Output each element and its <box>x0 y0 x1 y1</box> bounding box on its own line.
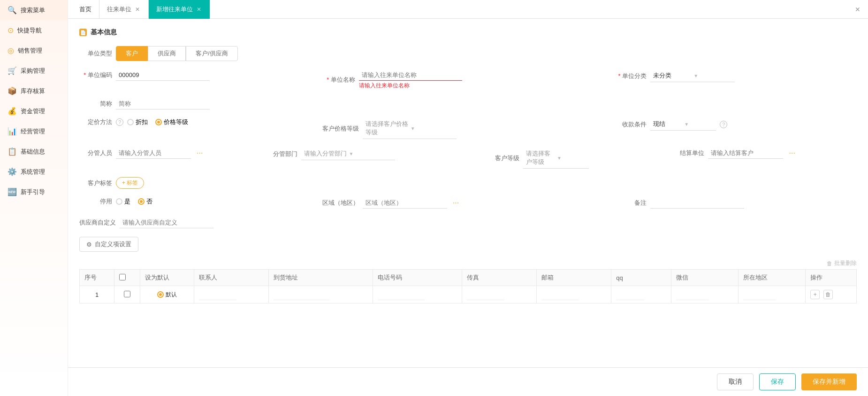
unit-category-select[interactable]: 未分类 ▼ <box>650 70 735 82</box>
tab-home[interactable]: 首页 <box>72 0 99 19</box>
col-qq: qq <box>611 270 671 286</box>
row-phone-cell <box>373 286 462 303</box>
manager-dots-btn[interactable]: ··· <box>195 149 205 157</box>
btn-customer[interactable]: 客户 <box>116 46 148 61</box>
row-contact-cell <box>194 286 268 303</box>
department-group: 分管部门 请输入分管部门 ▼ <box>265 148 487 160</box>
custom-settings-button[interactable]: ⚙ 自定义项设置 <box>79 237 138 252</box>
short-name-input[interactable] <box>116 98 210 109</box>
settlement-group: 结算单位 ··· <box>671 148 857 159</box>
window-close-icon[interactable]: ✕ <box>855 6 860 13</box>
manager-input[interactable] <box>116 148 191 159</box>
sidebar-item-finance[interactable]: 💰 资金管理 <box>0 101 68 121</box>
tab-new-partner-close[interactable]: ✕ <box>196 5 202 14</box>
col-checkbox <box>114 270 140 286</box>
unit-name-input[interactable] <box>359 70 462 81</box>
unit-code-label: 单位编码 <box>79 71 112 79</box>
table-row: 1 默认 <box>80 286 857 303</box>
unit-code-group: 单位编码 <box>79 70 322 81</box>
unit-category-label: 单位分类 <box>614 72 647 80</box>
row-address-input[interactable] <box>274 289 330 300</box>
sidebar-item-quick-nav[interactable]: ⊙ 快捷导航 <box>0 20 68 40</box>
row-add-btn[interactable]: + <box>810 290 820 299</box>
customer-level-label: 客户等级 <box>487 154 519 163</box>
region-input[interactable] <box>363 197 447 209</box>
price-level-radio-circle <box>155 119 162 125</box>
disable-group: 停用 是 否 <box>79 197 322 206</box>
sidebar-item-operation[interactable]: 📊 经营管理 <box>0 121 68 141</box>
row-contact-input[interactable] <box>199 289 236 300</box>
department-select[interactable]: 请输入分管部门 ▼ <box>301 148 395 160</box>
radio-disable-no[interactable]: 否 <box>138 197 152 206</box>
sidebar-item-sales[interactable]: ◎ 销售管理 <box>0 40 68 61</box>
col-action: 操作 <box>806 270 857 286</box>
row-email-input[interactable] <box>541 289 579 300</box>
remarks-label: 备注 <box>614 199 647 207</box>
row-region-input[interactable] <box>743 289 776 300</box>
radio-price-level[interactable]: 价格等级 <box>155 118 188 126</box>
row-checkbox[interactable] <box>124 291 130 297</box>
payment-terms-select[interactable]: 现结 ▼ <box>650 118 716 131</box>
unit-name-error: 请输入往来单位名称 <box>359 82 614 90</box>
sidebar-search[interactable]: 🔍 搜索菜单 <box>0 0 68 20</box>
row-delete-btn[interactable]: 🗑 <box>823 290 833 299</box>
short-name-row: 简称 <box>79 98 857 109</box>
row-phone-input[interactable] <box>378 289 425 300</box>
sidebar-item-guide[interactable]: 🆕 新手引导 <box>0 182 68 202</box>
select-all-checkbox[interactable] <box>119 274 126 280</box>
sidebar: 🔍 搜索菜单 ⊙ 快捷导航 ◎ 销售管理 🛒 采购管理 📦 库存核算 💰 资金管… <box>0 0 68 396</box>
btn-both[interactable]: 客户/供应商 <box>186 46 238 61</box>
customer-level-group: 客户等级 请选择客户等级 ▼ <box>487 148 672 169</box>
unit-code-input[interactable] <box>116 70 210 81</box>
add-tag-button[interactable]: + 标签 <box>116 177 144 189</box>
batch-delete-icon: 🗑 <box>827 260 832 267</box>
contact-table: 序号 设为默认 联系人 到货地址 电话号码 传真 邮箱 qq 微信 所在地区 操… <box>79 269 857 303</box>
supplier-custom-group: 供应商自定义 <box>79 217 857 228</box>
sidebar-item-purchase[interactable]: 🛒 采购管理 <box>0 61 68 81</box>
sidebar-item-system[interactable]: ⚙️ 系统管理 <box>0 162 68 182</box>
pricing-row: 定价方法 ? 折扣 价格等级 客户价格等级 请选择客户价格等级 <box>79 118 857 139</box>
guide-icon: 🆕 <box>8 187 17 196</box>
supplier-custom-input[interactable] <box>120 217 213 228</box>
region-label: 区域（地区） <box>322 199 359 207</box>
settlement-dots-btn[interactable]: ··· <box>787 149 797 157</box>
supplier-custom-row: 供应商自定义 <box>79 217 857 228</box>
btn-supplier[interactable]: 供应商 <box>148 46 186 61</box>
batch-delete-area[interactable]: 🗑 批量删除 <box>79 259 857 267</box>
tab-partners-close[interactable]: ✕ <box>134 5 141 14</box>
payment-terms-group: 收款条件 现结 ▼ ? <box>614 118 857 131</box>
radio-disable-yes[interactable]: 是 <box>116 197 130 206</box>
disable-no-circle <box>138 198 145 205</box>
tab-partners[interactable]: 往来单位 ✕ <box>99 0 149 19</box>
operation-icon: 📊 <box>8 127 17 136</box>
settlement-input[interactable] <box>708 148 783 159</box>
sidebar-item-basic[interactable]: 📋 基础信息 <box>0 141 68 162</box>
customer-price-select[interactable]: 请选择客户价格等级 ▼ <box>363 118 457 139</box>
region-group: 区域（地区） ··· <box>322 197 614 209</box>
tab-new-partner[interactable]: 新增往来单位 ✕ <box>149 0 210 19</box>
radio-discount[interactable]: 折扣 <box>127 118 148 126</box>
tags-group: 客户标签 + 标签 <box>79 177 857 189</box>
form-content: 📄 基本信息 单位类型 客户 供应商 客户/供应商 单位编码 <box>68 19 868 396</box>
row-seq: 1 <box>80 286 114 303</box>
region-dots-btn[interactable]: ··· <box>451 199 461 207</box>
remarks-input[interactable] <box>650 197 744 209</box>
save-new-button[interactable]: 保存并新增 <box>801 373 857 390</box>
disable-radio-group: 是 否 <box>116 197 152 206</box>
category-dropdown-icon: ▼ <box>693 73 732 78</box>
save-button[interactable]: 保存 <box>759 373 796 390</box>
basic-fields-row: 单位编码 单位名称 请输入往来单位名称 单位分类 未分类 ▼ <box>79 70 857 90</box>
sidebar-item-inventory[interactable]: 📦 库存核算 <box>0 81 68 101</box>
row-email-cell <box>537 286 611 303</box>
row-qq-input[interactable] <box>616 289 644 300</box>
col-region: 所在地区 <box>739 270 806 286</box>
disable-yes-circle <box>116 198 122 205</box>
row-fax-input[interactable] <box>467 289 504 300</box>
cancel-button[interactable]: 取消 <box>717 373 754 390</box>
col-phone: 电话号码 <box>373 270 462 286</box>
payment-terms-help-icon[interactable]: ? <box>720 121 727 128</box>
row-wechat-input[interactable] <box>676 289 709 300</box>
customer-level-select[interactable]: 请选择客户等级 ▼ <box>523 148 589 169</box>
pricing-help-icon[interactable]: ? <box>116 118 123 126</box>
row-default-radio[interactable]: 默认 <box>145 291 189 299</box>
